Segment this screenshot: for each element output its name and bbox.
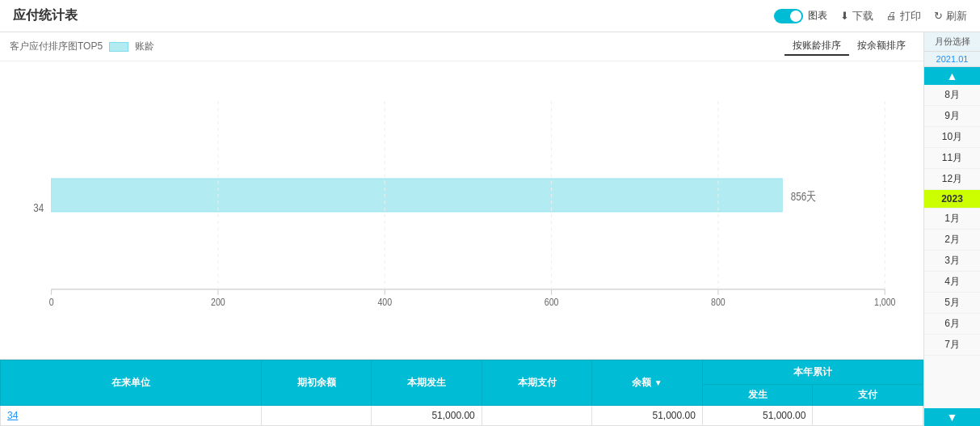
sidebar-month-item[interactable]: 3月 — [924, 251, 980, 272]
sidebar-down-button[interactable]: ▼ — [924, 408, 980, 426]
svg-text:0: 0 — [49, 296, 54, 309]
sort-by-balance-button[interactable]: 按余额排序 — [849, 37, 914, 56]
chart-toggle-wrap: 图表 — [774, 9, 827, 23]
sidebar-month-item[interactable]: 8月 — [924, 85, 980, 106]
svg-text:600: 600 — [545, 296, 559, 309]
svg-text:400: 400 — [377, 296, 392, 309]
page-title: 应付统计表 — [13, 7, 78, 24]
chart-legend: 客户应付排序图TOP5 账龄 — [10, 40, 154, 53]
sort-buttons: 按账龄排序 按余额排序 — [784, 37, 914, 56]
col-ytd-pay-header: 支付 — [813, 385, 923, 406]
sidebar-month-item[interactable]: 7月 — [924, 335, 980, 356]
cell-ytd-occur: 51,000.00 — [702, 406, 813, 426]
sidebar-month-item[interactable]: 4月 — [924, 272, 980, 293]
sidebar-month-item[interactable]: 1月 — [924, 209, 980, 230]
sidebar-month-item[interactable]: 9月 — [924, 106, 980, 127]
chart-section: 客户应付排序图TOP5 账龄 按账龄排序 按余额排序 34 856天 — [0, 32, 923, 426]
right-sidebar: 月份选择 ▲ 8月9月10月11月12月20231月2月3月4月5月6月7月 ▼ — [923, 32, 980, 426]
cell-ytd-pay — [813, 406, 923, 426]
col-unit-header: 在来单位 — [1, 361, 262, 406]
sidebar-month-item[interactable]: 2月 — [924, 230, 980, 251]
table-section: 在来单位 期初余额 本期发生 本期支付 余额 ▼ 本年累计 — [0, 359, 923, 426]
svg-text:800: 800 — [711, 296, 726, 309]
svg-rect-1 — [52, 179, 783, 212]
chart-legend-label: 客户应付排序图TOP5 — [10, 40, 103, 53]
sidebar-month-item[interactable]: 6月 — [924, 314, 980, 335]
legend-box — [109, 42, 128, 52]
col-current-occur-header: 本期发生 — [372, 361, 482, 406]
sidebar-month-item[interactable]: 5月 — [924, 293, 980, 314]
cell-balance: 51,000.00 — [592, 406, 703, 426]
print-button[interactable]: 🖨 打印 — [886, 9, 921, 23]
sidebar-months-list: 8月9月10月11月12月20231月2月3月4月5月6月7月 — [924, 85, 980, 408]
sidebar-up-button[interactable]: ▲ — [924, 67, 980, 85]
print-icon: 🖨 — [886, 10, 897, 22]
sidebar-year-input[interactable] — [924, 52, 980, 67]
table-body: 34 51,000.00 51,000.00 51,000.00 — [1, 406, 923, 426]
chart-toolbar: 客户应付排序图TOP5 账龄 按账龄排序 按余额排序 — [0, 32, 923, 61]
download-icon: ⬇ — [840, 10, 849, 22]
svg-text:856天: 856天 — [791, 190, 816, 204]
col-opening-header: 期初余额 — [261, 361, 372, 406]
col-current-pay-header: 本期支付 — [482, 361, 592, 406]
header-actions: 图表 ⬇ 下载 🖨 打印 ↻ 刷新 — [774, 9, 967, 23]
svg-text:34: 34 — [33, 201, 44, 215]
sidebar-header: 月份选择 — [924, 32, 980, 52]
legend-box-label: 账龄 — [135, 40, 154, 53]
chart-toggle-label: 图表 — [808, 9, 827, 23]
sidebar-month-item[interactable]: 10月 — [924, 127, 980, 148]
cell-opening — [261, 406, 372, 426]
page-header: 应付统计表 图表 ⬇ 下载 🖨 打印 ↻ 刷新 — [0, 0, 980, 32]
refresh-button[interactable]: ↻ 刷新 — [934, 9, 967, 23]
sort-by-age-button[interactable]: 按账龄排序 — [784, 37, 849, 56]
cell-current-occur: 51,000.00 — [372, 406, 482, 426]
col-ytd-occur-header: 发生 — [702, 385, 813, 406]
table-row: 34 51,000.00 51,000.00 51,000.00 — [1, 406, 923, 426]
chart-toggle[interactable] — [774, 9, 803, 23]
download-button[interactable]: ⬇ 下载 — [840, 9, 873, 23]
data-table: 在来单位 期初余额 本期发生 本期支付 余额 ▼ 本年累计 — [0, 360, 923, 426]
cell-unit[interactable]: 34 — [1, 406, 262, 426]
sidebar-month-item[interactable]: 11月 — [924, 148, 980, 169]
main-content: 客户应付排序图TOP5 账龄 按账龄排序 按余额排序 34 856天 — [0, 32, 980, 426]
sidebar-current-year-label: 2023 — [924, 190, 980, 209]
cell-current-pay — [482, 406, 592, 426]
svg-text:200: 200 — [211, 296, 225, 309]
col-balance-header: 余额 ▼ — [592, 361, 703, 406]
bar-chart: 34 856天 0 200 400 600 800 — [13, 68, 911, 356]
svg-text:1,000: 1,000 — [874, 296, 896, 309]
refresh-icon: ↻ — [934, 10, 943, 22]
chart-area: 34 856天 0 200 400 600 800 — [0, 61, 923, 359]
table-wrap: 在来单位 期初余额 本期发生 本期支付 余额 ▼ 本年累计 — [0, 360, 923, 426]
sidebar-month-item[interactable]: 12月 — [924, 169, 980, 190]
col-ytd-header: 本年累计 — [702, 361, 923, 385]
balance-filter-icon[interactable]: ▼ — [654, 378, 662, 387]
